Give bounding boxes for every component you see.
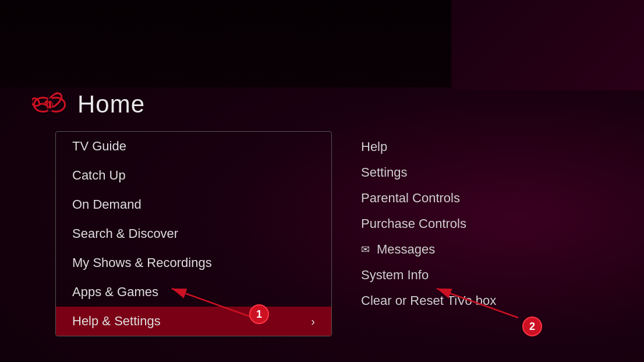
bg-overlay-top <box>0 0 451 87</box>
right-panel-messages-label: Messages <box>377 242 435 257</box>
tivo-logo-icon <box>32 92 67 118</box>
arrow-2 <box>419 277 536 324</box>
right-panel-item-messages[interactable]: ✉ Messages <box>361 237 496 262</box>
right-panel-settings-label: Settings <box>361 165 408 180</box>
right-panel-item-parental-controls[interactable]: Parental Controls <box>361 185 496 211</box>
svg-line-8 <box>437 289 518 318</box>
right-panel-item-purchase-controls[interactable]: Purchase Controls <box>361 211 496 237</box>
right-panel-help-label: Help <box>361 139 387 154</box>
badge-2: 2 <box>522 317 542 336</box>
right-panel-purchase-label: Purchase Controls <box>361 216 466 231</box>
menu-item-on-demand[interactable]: On Demand <box>56 190 331 219</box>
annotation-badge-1: 1 <box>249 304 269 324</box>
annotation-badge-2: 2 <box>522 317 542 336</box>
right-panel-parental-label: Parental Controls <box>361 191 460 206</box>
bg-overlay-top-right <box>452 0 644 90</box>
right-panel-system-info-label: System Info <box>361 268 429 283</box>
right-panel-item-help[interactable]: Help <box>361 134 496 160</box>
menu-item-help-settings-label: Help & Settings <box>72 314 161 329</box>
header: Home <box>32 90 145 118</box>
envelope-icon: ✉ <box>361 243 370 256</box>
right-panel-item-settings[interactable]: Settings <box>361 160 496 185</box>
menu-item-my-shows[interactable]: My Shows & Recordings <box>56 248 331 277</box>
svg-line-6 <box>172 289 253 318</box>
page-title: Home <box>77 90 145 118</box>
chevron-right-icon: › <box>311 315 315 328</box>
menu-item-catch-up[interactable]: Catch Up <box>56 161 331 190</box>
badge-1: 1 <box>249 304 269 324</box>
menu-item-tv-guide[interactable]: TV Guide <box>56 132 331 161</box>
menu-item-search-discover[interactable]: Search & Discover <box>56 219 331 248</box>
